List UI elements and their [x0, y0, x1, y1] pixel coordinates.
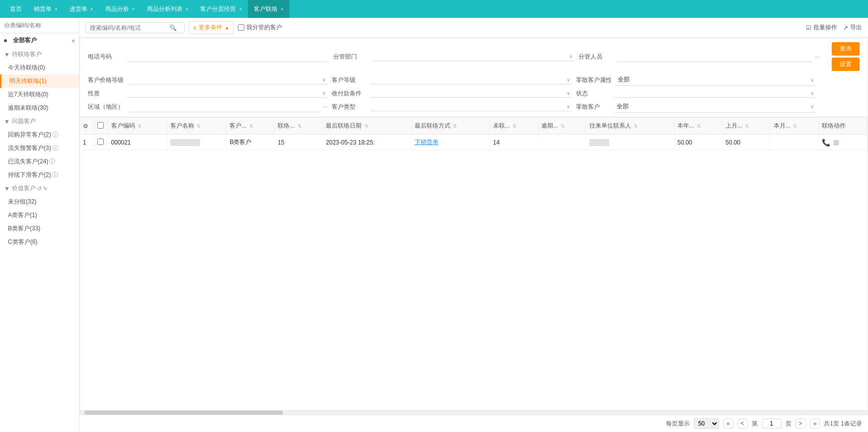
sidebar-item-tomorrow-contact[interactable]: 明天待联络(1) — [0, 74, 79, 88]
chevron-down-icon: ∨ — [567, 90, 570, 96]
col-last-method[interactable]: 最后联络方式 ⇅ — [411, 118, 490, 135]
dept-select[interactable]: ∨ — [372, 52, 575, 61]
region-input[interactable] — [128, 102, 321, 112]
sidebar-item-7day-contact[interactable]: 近7天待联络(0) — [0, 88, 79, 101]
chevron-down-icon: ∨ — [567, 77, 570, 82]
col-gear[interactable]: ⚙ — [80, 118, 94, 135]
col-this-year[interactable]: 本年... ⇅ — [674, 118, 723, 135]
sidebar-item-today-contact[interactable]: 今天待联络(0) — [0, 61, 79, 74]
manager-input[interactable] — [617, 52, 813, 62]
close-icon[interactable]: × — [186, 6, 189, 12]
dots-icon[interactable]: ··· — [323, 103, 328, 110]
batch-action-btn[interactable]: ☑ 批量操作 — [806, 23, 837, 32]
close-icon[interactable]: × — [132, 6, 135, 12]
info-icon: ⓘ — [49, 157, 55, 166]
my-customers-checkbox-label[interactable]: 我分管的客户 — [238, 23, 282, 32]
sidebar-item-churned[interactable]: 已流失客户(24) ⓘ — [0, 155, 79, 168]
row-select-checkbox[interactable] — [97, 139, 104, 145]
nav-purchase-order[interactable]: 进货单 × — [64, 0, 99, 18]
price-level-select[interactable]: ∨ — [128, 75, 328, 84]
status-select[interactable]: ∨ — [615, 89, 816, 98]
nav-customer-contact[interactable]: 客户联络 × — [248, 0, 289, 18]
nav-product-analysis-list[interactable]: 商品分析列表 × — [141, 0, 195, 18]
next-page-btn[interactable]: > — [796, 419, 806, 429]
sidebar-item-class-a[interactable]: A类客户(1) — [0, 209, 79, 222]
nav-product-analysis[interactable]: 商品分析 × — [99, 0, 141, 18]
export-btn[interactable]: ↗ 导出 — [843, 23, 862, 32]
page-size-select[interactable]: 50 100 200 — [694, 418, 719, 429]
sidebar-item-overdue-contact[interactable]: 逾期未联络(30) — [0, 101, 79, 115]
row-no: 1 — [80, 135, 94, 150]
edit-icon[interactable]: ✎ — [43, 185, 48, 192]
query-button[interactable]: 查询 — [832, 42, 860, 56]
nav-customer-tier[interactable]: 客户分层经营 × — [194, 0, 248, 18]
phone-action-icon[interactable]: 📞 — [822, 139, 830, 146]
close-icon[interactable]: × — [281, 6, 284, 12]
nature-select[interactable]: ∨ — [127, 89, 328, 98]
close-icon[interactable]: × — [239, 6, 242, 12]
sidebar-item-churn-warning[interactable]: 流失预警客户(3) ⓘ — [0, 142, 79, 155]
col-contact-count[interactable]: 联络... ⇅ — [275, 118, 323, 135]
phone-input[interactable] — [127, 52, 329, 62]
payment-select[interactable]: ∨ — [370, 89, 572, 98]
sidebar-search-box: 🔍 — [0, 18, 79, 33]
dots-icon[interactable]: ··· — [815, 53, 820, 60]
col-last-month[interactable]: 上月... ⇅ — [722, 118, 770, 135]
col-this-month[interactable]: 本月... ⇅ — [770, 118, 818, 135]
search-input[interactable] — [90, 24, 169, 31]
close-icon[interactable]: × — [55, 6, 58, 12]
page-number-input[interactable] — [762, 419, 782, 429]
customer-level-select[interactable]: ∨ — [370, 75, 572, 84]
sidebar-item-ungrouped[interactable]: 未分组(32) — [0, 195, 79, 209]
sidebar-search-input[interactable] — [4, 22, 78, 29]
select-all-checkbox[interactable] — [97, 122, 104, 129]
sidebar-item-abnormal[interactable]: 回购异常客户(2) ⓘ — [0, 128, 79, 142]
sidebar-group-problem[interactable]: ▼ 问题客户 — [0, 115, 79, 128]
col-type[interactable]: 客户... ⇅ — [226, 118, 275, 135]
prev-page-btn[interactable]: < — [737, 419, 748, 429]
sparse-customer-select[interactable]: 全部 ∨ — [615, 101, 816, 113]
sparse-attr-select[interactable]: 全部 ∨ — [616, 74, 816, 86]
col-name[interactable]: 客户名称 ⇅ — [167, 118, 226, 135]
last-page-btn[interactable]: » — [810, 419, 820, 429]
horizontal-scrollbar[interactable] — [79, 411, 868, 415]
sidebar-item-class-c[interactable]: C类客户(6) — [0, 235, 79, 249]
sidebar-group-waiting[interactable]: ▼ 待联络客户 — [0, 48, 79, 61]
row-checkbox[interactable] — [94, 135, 108, 150]
sort-icon: ⇅ — [197, 123, 201, 129]
col-company-contact[interactable]: 往来单位联系人 ⇅ — [586, 118, 674, 135]
customer-type-select[interactable]: ∨ — [370, 102, 572, 111]
grid-action-icon[interactable]: ⊞ — [833, 139, 839, 146]
my-customers-checkbox[interactable] — [238, 24, 244, 31]
row-last-method[interactable]: 下销货单 — [411, 135, 490, 150]
sidebar-item-class-b[interactable]: B类客户(33) — [0, 222, 79, 235]
top-navigation: 首页 销货单 × 进货单 × 商品分析 × 商品分析列表 × 客户分层经营 × … — [0, 0, 868, 18]
search-icon[interactable]: 🔍 — [169, 24, 177, 31]
filter-icon: ≡ — [193, 24, 197, 31]
nav-sales-order[interactable]: 销货单 × — [28, 0, 64, 18]
col-overdue[interactable]: 逾期... ⇅ — [538, 118, 586, 135]
sidebar-all-customers[interactable]: 全部客户 « — [0, 33, 79, 48]
first-page-btn[interactable]: « — [723, 419, 733, 429]
sidebar-group-value[interactable]: ▼ 价值客户 ↺ ✎ — [0, 182, 79, 195]
col-uncontacted[interactable]: 未联... ⇅ — [490, 118, 538, 135]
row-type: B类客户 — [226, 135, 275, 150]
reset-button[interactable]: 设置 — [832, 58, 860, 71]
sort-icon: ⇅ — [697, 123, 701, 129]
nav-home[interactable]: 首页 — [4, 0, 28, 18]
chevron-down-icon: ∨ — [322, 90, 326, 96]
settings-icon[interactable]: ⚙ — [83, 123, 88, 130]
refresh-icon[interactable]: ↺ — [37, 185, 42, 192]
close-icon[interactable]: × — [90, 6, 93, 12]
filter-row-2: 客户价格等级 ∨ 客户等级 ∨ 零散客户属性 全部 — [88, 74, 860, 86]
chevron-down-icon: ∨ — [810, 90, 814, 96]
page-suffix: 页 — [786, 420, 792, 428]
col-code[interactable]: 客户编码 ⇅ — [108, 118, 167, 135]
scrollbar-thumb[interactable] — [84, 411, 283, 415]
row-uncontacted: 14 — [490, 135, 538, 150]
sidebar-item-declining[interactable]: 持续下滑客户(2) ⓘ — [0, 168, 79, 182]
col-checkbox — [94, 118, 108, 135]
more-conditions-btn[interactable]: ≡ 更多条件 ▲ — [189, 21, 234, 34]
col-last-date[interactable]: 最后联络日期 ⇅ — [323, 118, 411, 135]
table-row: 1 000021 B类客户 15 2023-05-23 18:25: 下销货单 — [80, 135, 868, 150]
